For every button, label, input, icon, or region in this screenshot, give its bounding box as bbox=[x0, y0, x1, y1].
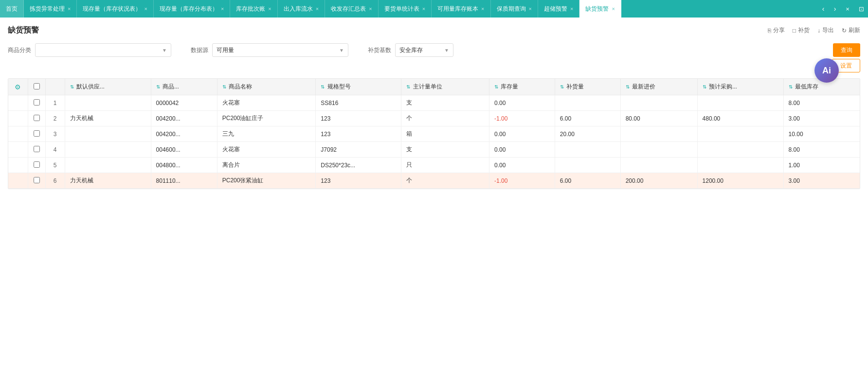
tab-close-inout[interactable]: × bbox=[316, 6, 319, 12]
row-checkbox-3[interactable] bbox=[34, 146, 40, 152]
table-row: 1 0000042 火花塞 SS816 支 0.00 8.00 bbox=[8, 95, 860, 111]
table-row: 4 004600... 火花塞 J7092 支 0.00 8.00 bbox=[8, 142, 860, 158]
th-settings[interactable]: ⚙ bbox=[8, 79, 28, 95]
tab-overstock[interactable]: 超储预警 × bbox=[538, 0, 579, 18]
tab-close-order-stats[interactable]: × bbox=[422, 6, 425, 12]
row-stock-4: 0.00 bbox=[489, 158, 555, 173]
sort-icon-product-code: ⇅ bbox=[156, 84, 160, 89]
row-min-stock-0: 8.00 bbox=[783, 95, 860, 111]
ai-assistant-button[interactable]: Ai bbox=[814, 58, 839, 83]
row-spec-2: 123 bbox=[316, 126, 401, 142]
row-check-2[interactable] bbox=[28, 126, 45, 142]
row-supplier-2 bbox=[65, 126, 151, 142]
tab-expiry[interactable]: 保质期查询 × bbox=[491, 0, 538, 18]
row-supplier-5: 力天机械 bbox=[65, 173, 151, 189]
row-est-purchase-5: 1200.00 bbox=[697, 173, 783, 189]
tab-inout[interactable]: 出入库流水 × bbox=[278, 0, 325, 18]
row-check-1[interactable] bbox=[28, 111, 45, 126]
tab-stock-dist[interactable]: 现存量（库存分布表） × bbox=[154, 0, 230, 18]
row-min-stock-4: 1.00 bbox=[783, 158, 860, 173]
tab-close-expiry[interactable]: × bbox=[529, 6, 532, 12]
tab-avail-ledger[interactable]: 可用量库存账本 × bbox=[432, 0, 490, 18]
row-num-2: 3 bbox=[45, 126, 65, 142]
th-spec[interactable]: ⇅ 规格型号 bbox=[316, 79, 401, 95]
tab-order-stats[interactable]: 要货单统计表 × bbox=[379, 0, 432, 18]
th-est-purchase[interactable]: ⇅ 预计采购... bbox=[697, 79, 783, 95]
row-unit-0: 支 bbox=[401, 95, 489, 111]
row-check-0[interactable] bbox=[28, 95, 45, 111]
datasource-select[interactable]: 可用量 ▼ bbox=[212, 43, 348, 57]
th-replenish[interactable]: ⇅ 补货量 bbox=[555, 79, 620, 95]
select-all-checkbox[interactable] bbox=[34, 83, 40, 89]
sort-icon-est-purchase: ⇅ bbox=[703, 84, 706, 89]
data-table: ⚙ ⇅ 默认供应... ⇅ 商品... ⇅ bbox=[8, 79, 860, 189]
row-supplier-4 bbox=[65, 158, 151, 173]
tab-shortage[interactable]: 缺货预警 × bbox=[579, 0, 621, 18]
row-est-purchase-4 bbox=[697, 158, 783, 173]
row-min-stock-3: 8.00 bbox=[783, 142, 860, 158]
row-latest-price-5: 200.00 bbox=[620, 173, 697, 189]
tab-close-stock-dist[interactable]: × bbox=[221, 6, 224, 12]
row-settings-0 bbox=[8, 95, 28, 111]
sort-icon-replenish: ⇅ bbox=[560, 84, 564, 89]
export-icon: ↓ bbox=[817, 27, 820, 34]
row-check-4[interactable] bbox=[28, 158, 45, 173]
row-checkbox-4[interactable] bbox=[34, 161, 40, 168]
tab-close-receive[interactable]: × bbox=[369, 6, 372, 12]
tab-close-shortage[interactable]: × bbox=[612, 6, 615, 12]
row-replenish-0 bbox=[555, 95, 620, 111]
category-filter-group: 商品分类 ▼ bbox=[8, 43, 171, 57]
row-product-name-2: 三九 bbox=[217, 126, 316, 142]
row-stock-1: -1.00 bbox=[489, 111, 555, 126]
sort-icon-product-name: ⇅ bbox=[222, 84, 226, 89]
row-settings-4 bbox=[8, 158, 28, 173]
row-check-3[interactable] bbox=[28, 142, 45, 158]
query-button[interactable]: 查询 bbox=[833, 43, 860, 57]
row-replenish-2: 20.00 bbox=[555, 126, 620, 142]
row-replenish-1: 6.00 bbox=[555, 111, 620, 126]
tab-close-batch[interactable]: × bbox=[268, 6, 271, 12]
tab-batch[interactable]: 库存批次账 × bbox=[230, 0, 277, 18]
row-checkbox-5[interactable] bbox=[34, 177, 40, 183]
tab-prev-btn[interactable]: ‹ bbox=[817, 0, 829, 18]
row-checkbox-0[interactable] bbox=[34, 99, 40, 106]
data-table-container: ⚙ ⇅ 默认供应... ⇅ 商品... ⇅ bbox=[8, 78, 860, 189]
export-action[interactable]: ↓ 导出 bbox=[817, 26, 834, 35]
tab-home[interactable]: 首页 bbox=[0, 0, 24, 18]
th-unit[interactable]: ⇅ 主计量单位 bbox=[401, 79, 489, 95]
th-product-code[interactable]: ⇅ 商品... bbox=[151, 79, 217, 95]
tab-close-all-btn[interactable]: × bbox=[841, 0, 854, 18]
refresh-action[interactable]: ↻ 刷新 bbox=[842, 26, 860, 35]
tab-receive[interactable]: 收发存汇总表 × bbox=[325, 0, 378, 18]
row-min-stock-5: 3.00 bbox=[783, 173, 860, 189]
tab-close-abnormal[interactable]: × bbox=[68, 6, 71, 12]
row-min-stock-1: 3.00 bbox=[783, 111, 860, 126]
replenish-action[interactable]: □ 补货 bbox=[793, 26, 810, 35]
replenish-base-select[interactable]: 安全库存 ▼ bbox=[395, 43, 453, 57]
th-product-name[interactable]: ⇅ 商品名称 bbox=[217, 79, 316, 95]
share-action[interactable]: ⎘ 分享 bbox=[768, 26, 785, 35]
row-product-code-2: 004200... bbox=[151, 126, 217, 142]
row-num-0: 1 bbox=[45, 95, 65, 111]
tab-close-avail-ledger[interactable]: × bbox=[481, 6, 484, 12]
th-supplier[interactable]: ⇅ 默认供应... bbox=[65, 79, 151, 95]
category-select[interactable]: ▼ bbox=[35, 43, 171, 57]
row-check-5[interactable] bbox=[28, 173, 45, 189]
row-supplier-1: 力天机械 bbox=[65, 111, 151, 126]
tab-close-overstock[interactable]: × bbox=[570, 6, 573, 12]
th-latest-price[interactable]: ⇅ 最新进价 bbox=[620, 79, 697, 95]
tab-expand-btn[interactable]: ⊡ bbox=[854, 0, 868, 18]
row-est-purchase-2 bbox=[697, 126, 783, 142]
tab-stock-status[interactable]: 现存量（库存状况表） × bbox=[77, 0, 153, 18]
row-settings-5 bbox=[8, 173, 28, 189]
settings-icon[interactable]: ⚙ bbox=[15, 83, 21, 91]
tab-next-btn[interactable]: › bbox=[829, 0, 841, 18]
row-checkbox-2[interactable] bbox=[34, 130, 40, 137]
row-num-5: 6 bbox=[45, 173, 65, 189]
tab-close-stock-status[interactable]: × bbox=[144, 6, 147, 12]
row-checkbox-1[interactable] bbox=[34, 115, 40, 121]
th-check bbox=[28, 79, 45, 95]
th-stock[interactable]: ⇅ 库存量 bbox=[489, 79, 555, 95]
tab-abnormal[interactable]: 拣货异常处理 × bbox=[24, 0, 77, 18]
row-replenish-3 bbox=[555, 142, 620, 158]
